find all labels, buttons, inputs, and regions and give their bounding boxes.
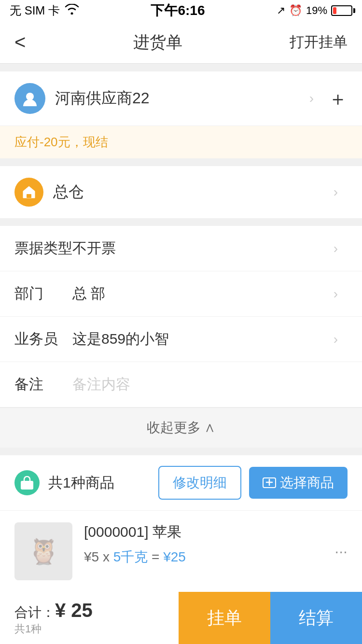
checkout-button[interactable]: 结算 xyxy=(270,592,362,644)
product-name: [0000001] 苹果 xyxy=(84,522,334,542)
select-product-button[interactable]: 选择商品 xyxy=(249,467,348,499)
dept-label: 部门 xyxy=(14,284,72,304)
svg-point-0 xyxy=(71,13,73,15)
dept-row[interactable]: 部门 总 部 › xyxy=(0,271,362,317)
product-count: 共1种商品 xyxy=(48,473,158,493)
product-header: 共1种商品 修改明细 选择商品 xyxy=(0,455,362,511)
edit-detail-button[interactable]: 修改明细 xyxy=(158,466,241,500)
product-bag-icon xyxy=(14,470,40,495)
warehouse-icon xyxy=(14,178,43,207)
product-code: [0000001] xyxy=(84,524,153,540)
carrier-text: 无 SIM 卡 xyxy=(10,3,60,18)
chevron-right-icon-3: › xyxy=(334,241,338,256)
open-hang-button[interactable]: 打开挂单 xyxy=(290,32,348,52)
invoice-value: 不开票 xyxy=(72,238,334,258)
payment-notice: 应付-20元，现结 xyxy=(0,126,362,158)
remark-label: 备注 xyxy=(14,375,72,394)
total-section: 合计： ¥ 25 共1种 xyxy=(0,600,179,636)
alarm-icon: ⏰ xyxy=(289,4,302,17)
chevron-right-icon-5: › xyxy=(334,332,338,347)
warehouse-row[interactable]: 总仓 › xyxy=(0,166,362,218)
warehouse-section: 总仓 › xyxy=(0,166,362,218)
battery-icon xyxy=(331,5,352,16)
status-bar: 无 SIM 卡 下午6:16 ↗ ⏰ 19% xyxy=(0,0,362,21)
form-section: 票据类型 不开票 › 部门 总 部 › 业务员 这是859的小智 › 备注 备注… xyxy=(0,226,362,448)
product-title: 苹果 xyxy=(153,524,181,540)
add-supplier-button[interactable]: ＋ xyxy=(328,85,348,112)
page-title: 进货单 xyxy=(133,31,182,54)
product-item: 🦉 [0000001] 苹果 ¥5 x 5千克 = ¥25 ··· xyxy=(0,511,362,592)
status-time: 下午6:16 xyxy=(151,1,205,20)
sales-value: 这是859的小智 xyxy=(72,329,334,349)
supplier-name: 河南供应商22 xyxy=(55,88,309,109)
product-more-button[interactable]: ··· xyxy=(334,543,348,560)
product-section: 共1种商品 修改明细 选择商品 🦉 [0000001] 苹果 ¥5 x 5千克 … xyxy=(0,455,362,592)
price-qty: 5千克 xyxy=(113,549,148,564)
location-icon: ↗ xyxy=(277,4,285,17)
chevron-right-icon-2: › xyxy=(334,184,338,200)
back-button[interactable]: < xyxy=(14,31,26,53)
hang-button[interactable]: 挂单 xyxy=(179,592,270,644)
remark-row[interactable]: 备注 备注内容 xyxy=(0,362,362,407)
svg-point-1 xyxy=(26,93,34,100)
collapse-label: 收起更多 ∧ xyxy=(147,419,216,437)
chevron-right-icon-4: › xyxy=(334,286,338,302)
battery-percent: 19% xyxy=(306,4,327,17)
bottom-bar: 合计： ¥ 25 共1种 挂单 结算 xyxy=(0,592,362,644)
svg-rect-2 xyxy=(27,194,31,198)
invoice-label: 票据类型 xyxy=(14,238,72,258)
remark-input[interactable]: 备注内容 xyxy=(72,375,348,394)
price-unit: ¥5 x xyxy=(84,549,113,564)
product-price: ¥5 x 5千克 = ¥25 xyxy=(84,548,334,566)
sales-label: 业务员 xyxy=(14,329,72,349)
total-amount: ¥ 25 xyxy=(55,600,93,621)
supplier-avatar xyxy=(14,83,45,114)
supplier-row[interactable]: 河南供应商22 › ＋ xyxy=(0,71,362,126)
select-product-label: 选择商品 xyxy=(280,474,334,492)
owl-logo: 🦉 xyxy=(28,537,59,566)
total-label: 合计： xyxy=(14,603,55,622)
supplier-section: 河南供应商22 › ＋ 应付-20元，现结 xyxy=(0,71,362,158)
dept-value: 总 部 xyxy=(72,284,334,304)
invoice-row[interactable]: 票据类型 不开票 › xyxy=(0,226,362,271)
chevron-right-icon: › xyxy=(309,91,314,106)
status-right: ↗ ⏰ 19% xyxy=(277,4,352,17)
price-total: ¥25 xyxy=(163,549,186,564)
price-eq: = xyxy=(152,549,163,564)
nav-bar: < 进货单 打开挂单 xyxy=(0,21,362,64)
sales-row[interactable]: 业务员 这是859的小智 › xyxy=(0,317,362,362)
collapse-button[interactable]: 收起更多 ∧ xyxy=(0,407,362,448)
product-thumbnail: 🦉 xyxy=(14,522,72,580)
total-count: 共1种 xyxy=(14,622,164,636)
spacer-1 xyxy=(0,64,362,71)
svg-rect-3 xyxy=(21,481,33,490)
wifi-icon xyxy=(65,4,79,17)
status-left: 无 SIM 卡 xyxy=(10,3,79,18)
warehouse-name: 总仓 xyxy=(53,182,334,203)
product-info: [0000001] 苹果 ¥5 x 5千克 = ¥25 xyxy=(84,522,334,566)
